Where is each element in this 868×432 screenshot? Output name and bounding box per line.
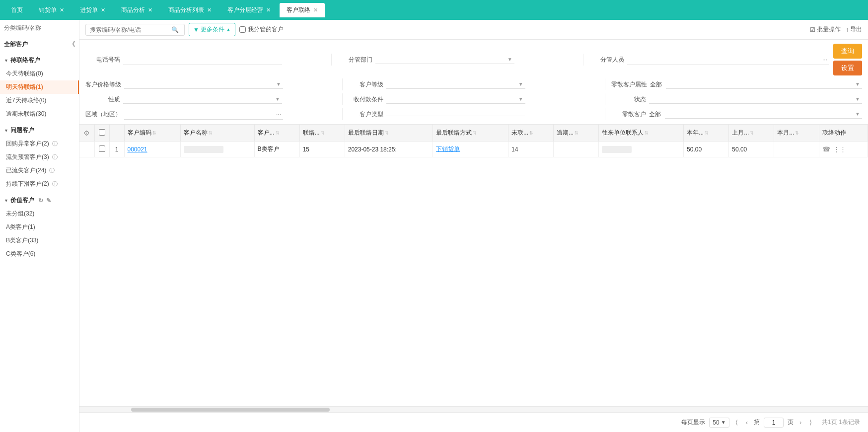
sort-this-month-icon[interactable]: ⇅: [795, 131, 799, 136]
collapse-icon[interactable]: 《: [69, 40, 75, 49]
sidebar-item-repurchase-abnormal[interactable]: 回购异常客户(2) ⓘ: [0, 137, 79, 150]
horizontal-scrollbar[interactable]: [79, 406, 868, 412]
filter-price-level-select[interactable]: ▼: [124, 80, 283, 89]
filter-region-select[interactable]: ···: [124, 109, 283, 120]
region-dots-icon[interactable]: ···: [276, 111, 281, 118]
sort-code-icon[interactable]: ⇅: [152, 131, 156, 136]
manager-dots-icon[interactable]: ···: [822, 56, 827, 63]
page-input[interactable]: [764, 418, 784, 428]
nav-customer-tier[interactable]: 客户分层经营 ✕: [220, 3, 278, 17]
nav-product-analysis-list[interactable]: 商品分析列表 ✕: [161, 3, 218, 17]
sidebar-item-ungrouped[interactable]: 未分组(32): [0, 207, 79, 220]
nav-customer-tier-close[interactable]: ✕: [266, 7, 271, 13]
sidebar-item-tomorrow-contact[interactable]: 明天待联络(1): [0, 80, 79, 94]
sort-overdue-icon[interactable]: ⇅: [575, 131, 579, 136]
filter-retail-attr-label: 零散客户属性: [611, 80, 647, 89]
row-type: B类客户: [254, 142, 299, 157]
gear-icon[interactable]: ⚙: [83, 129, 91, 137]
sidebar-item-declining[interactable]: 持续下滑客户(2) ⓘ: [0, 177, 79, 191]
filter-customer-level-select[interactable]: ▼: [386, 80, 525, 89]
batch-ops-btn[interactable]: ☑ 批量操作: [810, 25, 841, 34]
nav-product-analysis-list-close[interactable]: ✕: [207, 7, 212, 13]
sidebar-item-week-contact[interactable]: 近7天待联络(0): [0, 94, 79, 107]
sidebar-item-churned[interactable]: 已流失客户(24) ⓘ: [0, 164, 79, 177]
nav-customer-contact[interactable]: 客户联络 ✕: [280, 3, 325, 17]
sidebar-item-overdue-contact[interactable]: 逾期未联络(30): [0, 107, 79, 121]
set-button[interactable]: 设置: [833, 61, 862, 75]
row-action-contact-icon[interactable]: ☎: [822, 145, 830, 153]
nav-purchase-order-close[interactable]: ✕: [101, 7, 105, 13]
row-action-more-icon[interactable]: ⋮⋮: [833, 145, 846, 153]
sidebar-item-class-b[interactable]: B类客户(33): [0, 234, 79, 247]
info-icon-repurchase[interactable]: ⓘ: [52, 140, 58, 147]
select-all-checkbox[interactable]: [99, 129, 105, 136]
sort-this-year-icon[interactable]: ⇅: [705, 131, 709, 136]
th-unit-contact: 往来单位联系人⇅: [599, 125, 684, 142]
more-filter-btn[interactable]: ▼ 更多条件 ▲: [189, 23, 235, 36]
filter-payment-label: 收付款条件: [349, 95, 383, 104]
nav-sales-order[interactable]: 销货单 ✕: [32, 3, 71, 17]
info-icon-declining[interactable]: ⓘ: [52, 180, 58, 188]
per-page-chevron-icon: ▼: [721, 420, 726, 425]
sort-name-icon[interactable]: ⇅: [209, 131, 213, 136]
th-action: 联络动作: [819, 125, 868, 142]
filter-payment-select[interactable]: ▼: [386, 95, 525, 104]
last-page-btn[interactable]: ⟩: [807, 419, 814, 426]
value-customer-edit[interactable]: ✎: [46, 197, 51, 204]
sort-last-month-icon[interactable]: ⇅: [750, 131, 754, 136]
sort-date-icon[interactable]: ⇅: [385, 131, 389, 136]
info-icon-churn-warning[interactable]: ⓘ: [52, 153, 58, 161]
prev-page-btn[interactable]: ‹: [744, 419, 750, 426]
nav-purchase-order[interactable]: 进货单 ✕: [73, 3, 112, 17]
query-button[interactable]: 查询: [833, 44, 862, 59]
my-customer-checkbox-container[interactable]: 我分管的客户: [239, 25, 284, 34]
next-page-btn[interactable]: ›: [797, 419, 803, 426]
th-last-month: 上月...⇅: [729, 125, 774, 142]
sidebar-item-churn-warning[interactable]: 流失预警客户(3) ⓘ: [0, 150, 79, 164]
filter-retail-customer-select[interactable]: ▼: [665, 110, 862, 119]
row-checkbox[interactable]: [99, 145, 105, 152]
top-nav: 首页 销货单 ✕ 进货单 ✕ 商品分析 ✕ 商品分析列表 ✕ 客户分层经营 ✕ …: [0, 0, 868, 20]
th-gear: ⚙: [79, 125, 94, 142]
table-row: 1 000021 B类客户 15 2023-05-23 18:25: 下销货单 …: [79, 142, 868, 157]
sort-no-contact-icon[interactable]: ⇅: [529, 131, 533, 136]
nav-home[interactable]: 首页: [4, 3, 30, 17]
filter-nature-select[interactable]: ▼: [123, 95, 282, 104]
row-name[interactable]: [180, 142, 254, 157]
export-btn[interactable]: ↑ 导出: [846, 25, 862, 34]
filter-dept-select[interactable]: ▼: [375, 55, 514, 64]
row-index: 1: [109, 142, 124, 157]
sidebar-item-today-contact[interactable]: 今天待联络(0): [0, 67, 79, 80]
filter-manager: 分管人员 ···: [589, 55, 829, 65]
toolbar-search-icon[interactable]: 🔍: [171, 26, 179, 33]
sidebar-item-class-c[interactable]: C类客户(6): [0, 247, 79, 261]
sort-unit-contact-icon[interactable]: ⇅: [645, 131, 649, 136]
filter-manager-select[interactable]: ···: [627, 55, 829, 65]
nav-product-analysis-close[interactable]: ✕: [148, 7, 152, 13]
filter-customer-type-select[interactable]: [386, 113, 525, 116]
nav-product-analysis[interactable]: 商品分析 ✕: [114, 3, 159, 17]
nav-customer-contact-close[interactable]: ✕: [313, 7, 318, 13]
pagination: 每页显示 50 ▼ ⟨ ‹ 第 页 › ⟩ 共1页 1条记录: [79, 412, 868, 432]
first-page-btn[interactable]: ⟨: [733, 419, 740, 426]
my-customer-checkbox[interactable]: [239, 26, 246, 33]
sort-way-icon[interactable]: ⇅: [473, 131, 477, 136]
filter-retail-attr-select[interactable]: ▼: [666, 80, 862, 89]
sort-type-icon[interactable]: ⇅: [276, 131, 280, 136]
sort-contacts-icon[interactable]: ⇅: [321, 131, 325, 136]
sidebar-search-input[interactable]: [4, 24, 78, 31]
filter-phone-input[interactable]: [123, 55, 282, 65]
sidebar-item-class-a[interactable]: A类客户(1): [0, 220, 79, 234]
status-chevron-icon: ▼: [855, 96, 860, 102]
info-icon-churned[interactable]: ⓘ: [49, 167, 55, 174]
scroll-thumb[interactable]: [131, 408, 330, 412]
filter-status-select[interactable]: ▼: [649, 95, 862, 104]
th-checkbox: [94, 125, 109, 142]
value-customer-refresh[interactable]: ↻: [38, 197, 43, 204]
toolbar-search-input[interactable]: [90, 26, 169, 33]
table-area: ⚙ 客户编码⇅ 客户名称⇅ 客户...⇅: [79, 125, 868, 406]
sidebar-section-problem: ▼ 问题客户: [0, 124, 79, 137]
row-code[interactable]: 000021: [124, 142, 180, 157]
nav-sales-order-close[interactable]: ✕: [60, 7, 64, 13]
per-page-select[interactable]: 50 ▼: [709, 418, 729, 428]
